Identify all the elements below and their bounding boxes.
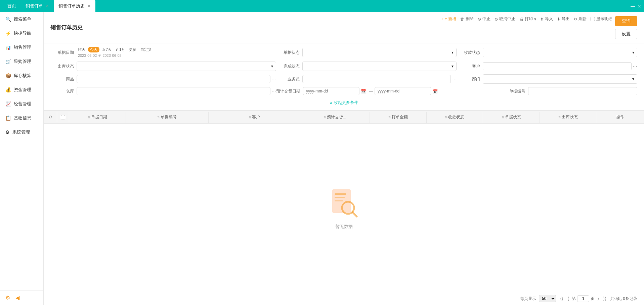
sidebar-collapse-icon[interactable]: ◀: [15, 295, 19, 301]
date-btn-yesterday[interactable]: 昨天: [77, 47, 87, 52]
sort-icon-order-status: ⇅: [502, 115, 504, 119]
sidebar-inventory-label: 库存核算: [14, 73, 31, 79]
sidebar-settings-icon[interactable]: ⚙: [5, 295, 10, 301]
page-size-select[interactable]: 50 10 20 100: [539, 295, 556, 302]
product-input[interactable]: [77, 75, 270, 83]
completion-status-select[interactable]: ▾: [302, 62, 457, 71]
filter-order-no: 单据编号: [502, 87, 637, 95]
th-settings[interactable]: ⚙: [44, 112, 57, 122]
sidebar: 🔍 搜索菜单 ⚡ 快捷导航 📊 销售管理 🛒 采购管理 📦 库存核算 💰 资金管…: [0, 12, 44, 305]
th-action-label: 操作: [616, 114, 624, 120]
setting-button[interactable]: 设置: [615, 29, 637, 39]
sidebar-item-operation[interactable]: 📈 经营管理: [0, 97, 43, 111]
sidebar-item-quick-nav[interactable]: ⚡ 快捷导航: [0, 26, 43, 40]
warehouse-input[interactable]: [77, 87, 270, 95]
sidebar-item-search[interactable]: 🔍 搜索菜单: [0, 12, 43, 26]
sales-person-input[interactable]: [302, 75, 451, 83]
display-detail-input[interactable]: [591, 17, 595, 21]
tab-sales-order-history-close[interactable]: ✕: [87, 4, 91, 8]
order-status-select[interactable]: ▾: [302, 48, 457, 57]
import-button[interactable]: ⬆ 导入: [540, 16, 553, 22]
refresh-icon: ↻: [574, 17, 577, 22]
collapse-button[interactable]: ∧ 收起更多条件: [50, 99, 637, 107]
th-date[interactable]: ⇅ 单据日期: [69, 112, 126, 123]
export-button[interactable]: ⬇ 导出: [557, 16, 570, 22]
tab-home[interactable]: 首页: [3, 0, 21, 12]
stop-button[interactable]: ⊘ 中止: [478, 16, 490, 22]
query-button[interactable]: 查询: [615, 16, 637, 26]
sidebar-item-inventory[interactable]: 📦 库存核算: [0, 69, 43, 83]
completion-status-dropdown-icon: ▾: [452, 64, 454, 69]
page-next-btn[interactable]: ⟩: [596, 296, 600, 301]
tab-sales-order[interactable]: 销售订单 ✕: [21, 0, 54, 12]
date-btn-today[interactable]: 今天: [88, 47, 99, 52]
refresh-button[interactable]: ↻ 刷新: [574, 16, 587, 22]
new-icon: +: [441, 17, 443, 22]
collapse-icon: ∧: [330, 101, 333, 105]
sidebar-item-finance[interactable]: 💰 资金管理: [0, 83, 43, 97]
content-area: 销售订单历史 + + 新增 🗑 删除 ⊘ 中止: [44, 12, 644, 305]
date-btn-7days[interactable]: 近7天: [101, 47, 113, 52]
basic-icon: 📋: [5, 115, 11, 121]
customer-dots-btn[interactable]: ···: [633, 63, 637, 69]
delivery-date-end[interactable]: [375, 87, 431, 95]
sidebar-item-system[interactable]: ⚙ 系统管理: [0, 125, 43, 139]
select-all-checkbox[interactable]: [61, 115, 65, 119]
department-select[interactable]: ▾: [483, 74, 637, 84]
sales-person-dots-btn[interactable]: ···: [452, 76, 457, 82]
tab-sales-order-close[interactable]: ✕: [46, 4, 49, 8]
warehouse-dots-btn[interactable]: ···: [272, 88, 276, 94]
import-icon: ⬆: [540, 17, 544, 22]
cancel-stop-icon: ⊘: [495, 17, 498, 22]
customer-input[interactable]: [483, 62, 631, 70]
print-button[interactable]: 🖨 打印 ▾: [519, 16, 536, 22]
product-label: 商品: [50, 76, 74, 82]
delete-icon: 🗑: [460, 17, 464, 22]
th-pay-status[interactable]: ⇅ 收款状态: [427, 112, 483, 123]
th-order-status-label: 单据状态: [505, 114, 521, 120]
sidebar-item-purchase[interactable]: 🛒 采购管理: [0, 54, 43, 69]
filter-department: 部门 ▾: [457, 74, 637, 84]
new-button[interactable]: + + 新增: [441, 16, 456, 22]
th-out-status[interactable]: ⇅ 出库状态: [540, 112, 597, 123]
sidebar-item-basic[interactable]: 📋 基础信息: [0, 111, 43, 125]
date-btn-more[interactable]: 更多: [128, 47, 138, 52]
order-no-input[interactable]: [528, 87, 637, 95]
filter-row-1: 单据日期 昨天 今天 近7天 近1月 更多 自定义 2023-06-02 至 2…: [50, 47, 637, 58]
calendar-end-icon[interactable]: 📅: [432, 89, 438, 94]
th-order-status[interactable]: ⇅ 单据状态: [483, 112, 540, 123]
th-amount-label: 订单金额: [392, 114, 408, 120]
page-header: 销售订单历史 + + 新增 🗑 删除 ⊘ 中止: [44, 12, 644, 43]
window-minimize[interactable]: —: [631, 4, 635, 9]
calendar-start-icon[interactable]: 📅: [361, 89, 366, 94]
product-dots-btn[interactable]: ···: [272, 76, 276, 82]
date-btn-custom[interactable]: 自定义: [139, 47, 153, 52]
delete-button[interactable]: 🗑 删除: [460, 16, 474, 22]
svg-line-5: [352, 212, 357, 217]
page-title: 销售订单历史: [50, 24, 83, 31]
order-status-dropdown-icon: ▾: [452, 50, 454, 55]
refresh-label: 刷新: [578, 16, 587, 22]
th-delivery[interactable]: ⇅ 预计交货...: [300, 112, 370, 123]
th-amount[interactable]: ⇅ 订单金额: [370, 112, 427, 123]
th-number[interactable]: ⇅ 单据编号: [126, 112, 209, 123]
date-btn-1month[interactable]: 近1月: [114, 47, 126, 52]
page-nav: ⟨⟨ ⟨ 第 页 ⟩ ⟩⟩: [559, 295, 608, 302]
pay-status-select[interactable]: ▾: [483, 48, 637, 57]
th-customer[interactable]: ⇅ 客户: [209, 112, 300, 123]
page-prev-btn[interactable]: ⟨: [566, 296, 570, 301]
display-detail-checkbox[interactable]: 显示明细: [591, 16, 612, 22]
sidebar-item-sales[interactable]: 📊 销售管理: [0, 40, 43, 54]
th-delivery-label: 预计交货...: [327, 114, 346, 120]
out-status-select[interactable]: ▾: [77, 62, 276, 71]
window-close[interactable]: ✕: [638, 4, 641, 9]
delivery-date-start[interactable]: [303, 87, 359, 95]
cancel-stop-button[interactable]: ⊘ 取消中止: [495, 16, 515, 22]
page-input[interactable]: [577, 295, 589, 302]
page-first-btn[interactable]: ⟨⟨: [559, 296, 565, 301]
export-icon: ⬇: [557, 17, 560, 22]
page-last-btn[interactable]: ⟩⟩: [602, 296, 608, 301]
tab-sales-order-history-label: 销售订单历史: [58, 3, 85, 9]
svg-rect-2: [335, 197, 345, 198]
tab-sales-order-history[interactable]: 销售订单历史 ✕: [54, 0, 95, 12]
